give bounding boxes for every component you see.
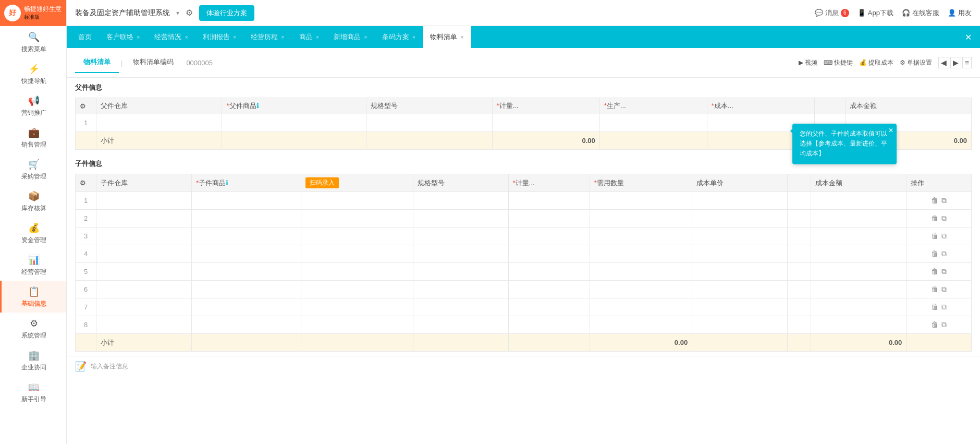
sidebar-item-enterprise[interactable]: 🏢企业协同 [0, 344, 66, 376]
delete-icon-1[interactable]: 🗑 [931, 196, 938, 205]
nav-tab-customer[interactable]: 客户联络 × [99, 26, 147, 48]
cost-label: 提取成本 [868, 58, 893, 67]
child-table-section: ⚙ 子件仓库 *子件商品ℹ 扫码录入 规格型号 *计量... *需用数量 成本单… [67, 174, 980, 356]
topbar-left: 装备及固定资产辅助管理系统 ▾ ⚙ 体验行业方案 [75, 5, 254, 21]
nav-tab-close-operation[interactable]: × [185, 34, 188, 40]
bottom-hint-text[interactable]: 输入备注信息 [91, 362, 128, 371]
copy-icon-6[interactable]: ⧉ [941, 285, 947, 294]
sidebar-item-system[interactable]: ⚙系统管理 [0, 313, 66, 344]
nav-tab-operation[interactable]: 经营情况 × [147, 26, 195, 48]
delete-icon-7[interactable]: 🗑 [931, 303, 938, 311]
nav-tab-close-bom[interactable]: × [460, 34, 463, 40]
copy-icon-8[interactable]: ⧉ [941, 320, 947, 329]
menu-arrow[interactable]: ≡ [962, 57, 972, 68]
next-arrow[interactable]: ▶ [950, 57, 961, 68]
copy-icon-4[interactable]: ⧉ [941, 249, 947, 258]
copy-icon-1[interactable]: ⧉ [941, 196, 947, 205]
child-subtotal-qty: 0.00 [590, 334, 692, 352]
system-dropdown[interactable]: ▾ [176, 9, 179, 17]
purchase-icon: 🛒 [28, 159, 40, 170]
inventory-icon: 📦 [28, 190, 40, 202]
nav-tab-close-barcode[interactable]: × [412, 34, 415, 40]
sidebar-item-sales[interactable]: 💼销售管理 [0, 122, 66, 153]
topbar-right: 💬 消息 6 📱 App下载 🎧 在线客服 👤 用友 [815, 8, 972, 18]
delete-icon-6[interactable]: 🗑 [931, 285, 938, 294]
nav-tab-label-bom: 物料清单 [430, 32, 457, 42]
parent-col-cost: *成本... [707, 98, 814, 114]
nav-tab-close-profit[interactable]: × [233, 34, 236, 40]
nav-tab-close-product[interactable]: × [316, 34, 319, 40]
cost-icon: 💰 [859, 59, 867, 66]
nav-close-btn[interactable]: ✕ [961, 32, 976, 42]
parent-table-header: ⚙ 父件仓库 *父件商品ℹ 规格型号 *计量... *生产... *成本... … [76, 98, 972, 114]
video-label: 视频 [805, 58, 817, 67]
shortcut-action[interactable]: ⌨ 快捷键 [824, 58, 853, 67]
sidebar-item-marketing[interactable]: 📢营销推广 [0, 90, 66, 122]
sidebar-item-guide[interactable]: 📖新手引导 [0, 376, 66, 408]
message-label: 消息 [825, 8, 839, 18]
delete-icon-4[interactable]: 🗑 [931, 249, 938, 258]
bill-settings-action[interactable]: ⚙ 单据设置 [900, 58, 932, 67]
copy-icon-7[interactable]: ⧉ [941, 303, 947, 311]
sidebar-item-quicknav[interactable]: ⚡快捷导航 [0, 58, 66, 90]
nav-tab-history[interactable]: 经营历程 × [243, 26, 291, 48]
basic_info-icon: 📋 [28, 286, 40, 297]
nav-tab-close-customer[interactable]: × [137, 34, 140, 40]
prev-arrow[interactable]: ◀ [938, 57, 949, 68]
nav-tab-barcode[interactable]: 条码方案 × [375, 26, 423, 48]
sidebar-item-finance[interactable]: 💰资金管理 [0, 217, 66, 249]
copy-icon-3[interactable]: ⧉ [941, 232, 947, 241]
sidebar-label-search: 搜索菜单 [21, 45, 46, 54]
delete-icon-8[interactable]: 🗑 [931, 320, 938, 329]
user-item[interactable]: 👤 用友 [948, 8, 972, 18]
sidebar-item-operation_mgmt[interactable]: 📊经营管理 [0, 249, 66, 281]
delete-icon-2[interactable]: 🗑 [931, 214, 938, 223]
cost-action[interactable]: 💰 提取成本 [859, 58, 893, 67]
tab-bom-list[interactable]: 物料清单 [75, 52, 119, 73]
bill-settings-icon: ⚙ [900, 59, 905, 66]
tooltip-text: 您的父件、子件的成本取值可以选择【参考成本、最新进价、平均成本】 [800, 130, 887, 157]
sidebar-item-purchase[interactable]: 🛒采购管理 [0, 153, 66, 185]
parent-col-product: *父件商品ℹ [222, 98, 366, 114]
sidebar-item-search[interactable]: 🔍搜索菜单 [0, 26, 66, 58]
delete-icon-5[interactable]: 🗑 [931, 267, 938, 276]
table-row: 5 🗑 ⧉ [76, 263, 972, 281]
table-row: 6 🗑 ⧉ [76, 281, 972, 298]
bom-code-value: 0000005 [186, 59, 213, 67]
nav-tab-label-home: 首页 [78, 32, 92, 42]
bottom-hint: 📝 输入备注信息 [67, 356, 980, 376]
nav-tab-close-history[interactable]: × [281, 34, 284, 40]
logo-icon: 好 [4, 5, 21, 21]
experience-btn[interactable]: 体验行业方案 [199, 5, 254, 21]
sidebar-label-enterprise: 企业协同 [21, 363, 46, 372]
scan-btn[interactable]: 扫码录入 [305, 177, 339, 188]
nav-tabs: 首页客户联络 ×经营情况 ×利润报告 ×经营历程 ×商品 ×新增商品 ×条码方案… [67, 26, 980, 48]
sidebar-item-inventory[interactable]: 📦库存核算 [0, 185, 66, 217]
sidebar-item-basic_info[interactable]: 📋基础信息 [0, 281, 66, 313]
copy-icon-5[interactable]: ⧉ [941, 267, 947, 276]
settings-icon[interactable]: ⚙ [186, 8, 193, 18]
table-row: 8 🗑 ⧉ [76, 316, 972, 334]
nav-tab-home[interactable]: 首页 [71, 26, 99, 48]
nav-tab-close-new_product[interactable]: × [364, 34, 367, 40]
video-action[interactable]: ▶ 视频 [799, 58, 817, 67]
sidebar-label-basic_info: 基础信息 [21, 299, 46, 308]
nav-tab-label-customer: 客户联络 [106, 32, 133, 42]
nav-tab-product[interactable]: 商品 × [292, 26, 326, 48]
sidebar-label-guide: 新手引导 [21, 395, 46, 404]
topbar: 装备及固定资产辅助管理系统 ▾ ⚙ 体验行业方案 💬 消息 6 📱 App下载 … [67, 0, 980, 26]
nav-tab-profit[interactable]: 利润报告 × [195, 26, 243, 48]
message-item[interactable]: 💬 消息 6 [815, 8, 849, 18]
nav-tab-bom[interactable]: 物料清单 × [423, 26, 471, 48]
tab-bom-detail[interactable]: 物料清单编码 [125, 52, 182, 73]
parent-col-unit: *计量... [492, 98, 599, 114]
app-download-item[interactable]: 📱 App下载 [858, 8, 893, 18]
child-col-scan: 扫码录入 [301, 174, 413, 192]
nav-tab-new_product[interactable]: 新增商品 × [326, 26, 374, 48]
child-col-spec: 规格型号 [413, 174, 508, 192]
online-service-item[interactable]: 🎧 在线客服 [902, 8, 939, 18]
copy-icon-2[interactable]: ⧉ [941, 214, 947, 223]
table-row: 1 🗑 ⧉ [76, 192, 972, 210]
delete-icon-3[interactable]: 🗑 [931, 232, 938, 241]
tooltip-close-btn[interactable]: ✕ [888, 126, 893, 136]
